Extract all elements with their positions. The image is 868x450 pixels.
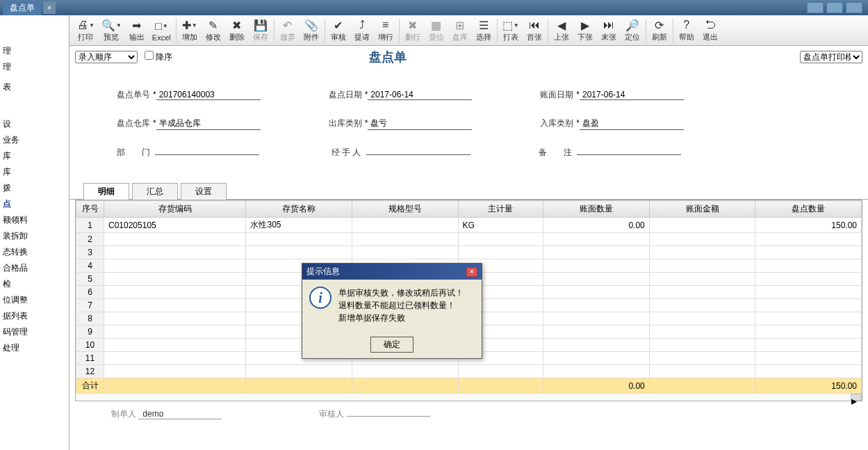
sidebar-item[interactable]: 码管理 [0,324,69,340]
sidebar-item[interactable]: 检 [0,276,69,292]
toolbar-末张[interactable]: ⏭末张 [597,18,621,42]
dialog-message: 单据审核失败，修改或稍后再试！ 退料数量不能超过已领料数量！ 新增单据保存失败 [338,287,464,324]
sidebar-item[interactable]: 业务 [0,132,69,148]
sidebar-item[interactable]: 合格品 [0,260,69,276]
toolbar-盘库: ⊞盘库 [448,18,472,42]
toolbar-帮助[interactable]: ?帮助 [675,18,698,42]
sidebar-item[interactable]: 点 [0,196,69,212]
sidebar-item[interactable]: 处理 [0,340,69,356]
toolbar-上张[interactable]: ◀上张 [550,18,573,42]
table-row[interactable]: 1C010205105水性305KG0.00150.00 [76,218,862,233]
sidebar-item[interactable]: 据列表 [0,308,69,324]
toolbar-Excel[interactable]: □▼Excel [149,19,174,42]
toolbar-货位: ▦货位 [425,18,448,42]
column-header[interactable]: 主计量 [458,201,543,218]
dialog-close-button[interactable]: × [466,267,477,277]
column-header[interactable]: 序号 [76,201,104,218]
sidebar-item[interactable]: 拨 [0,180,69,196]
field-in-type: 入库类别*盘盈 [527,118,684,130]
tab-close-button[interactable]: × [43,1,56,14]
toolbar-提请[interactable]: ⤴提请 [350,18,374,42]
sidebar-item[interactable]: 态转换 [0,244,69,260]
toolbar-附件[interactable]: 📎附件 [300,18,323,42]
sort-select[interactable]: 录入顺序 [75,51,138,63]
tab-detail[interactable]: 明细 [83,183,129,200]
toolbar-icon: ⤴ [359,18,365,32]
scroll-right-button[interactable]: ▸ [851,394,862,401]
toolbar-icon: ≡ [382,18,388,32]
sidebar-item[interactable]: 额领料 [0,212,69,228]
toolbar-审核[interactable]: ✔审核 [327,18,350,42]
sidebar-item[interactable]: 库 [0,164,69,180]
tab-summary[interactable]: 汇总 [132,183,178,200]
minimize-button[interactable] [807,2,824,13]
dialog-ok-button[interactable]: 确定 [370,337,413,353]
window-controls [807,2,868,13]
toolbar-icon: 🔎 [625,18,639,32]
footer: 制单人 demo 审核人 [69,401,868,427]
toolbar-退出[interactable]: ⮌退出 [698,18,722,42]
toolbar-icon: 💾 [254,18,268,32]
toolbar-放弃: ↶放弃 [276,18,300,42]
toolbar-刷新[interactable]: ⟳刷新 [648,18,671,42]
column-header[interactable]: 账面数量 [543,201,650,218]
tab-settings[interactable]: 设置 [181,183,227,200]
sidebar-item[interactable]: 装拆卸 [0,228,69,244]
toolbar: 🖨▼打印🔍▼预览➡输出□▼Excel✚▼增加✎修改✖删除💾保存↶放弃📎附件✔审核… [69,15,868,46]
sidebar-item[interactable]: 设 [0,116,69,132]
column-header[interactable]: 存货名称 [246,201,352,218]
column-header[interactable]: 规格型号 [352,201,459,218]
toolbar-修改[interactable]: ✎修改 [202,18,225,42]
toolbar-icon: 🔍▼ [101,18,122,32]
toolbar-首张[interactable]: ⏮首张 [523,18,546,42]
document-title: 盘点单 [369,49,407,65]
toolbar-定位[interactable]: 🔎定位 [621,18,644,42]
close-button[interactable] [846,2,862,13]
toolbar-打表[interactable]: ⬚▼打表 [499,18,523,42]
toolbar-icon: ⬚▼ [502,18,519,32]
desc-checkbox-label[interactable]: 降序 [145,51,172,63]
reviewer-value [347,416,430,417]
toolbar-输出[interactable]: ➡输出 [125,18,149,42]
sidebar-item[interactable]: 理 [0,59,69,75]
template-select[interactable]: 盘点单打印模版 [800,51,862,63]
toolbar-预览[interactable]: 🔍▼预览 [98,18,125,42]
field-warehouse: 盘点仓库*半成品仓库 [104,118,261,130]
toolbar-icon: 📎 [304,18,318,32]
toolbar-icon: 🖨▼ [77,18,95,32]
toolbar-打印[interactable]: 🖨▼打印 [74,18,98,42]
dialog-title-bar[interactable]: 提示信息 × [302,264,482,280]
field-doc-no: 盘点单号*201706140003 [104,89,261,101]
toolbar-icon: ⊞ [455,18,464,32]
desc-checkbox[interactable] [145,51,154,60]
sidebar-item[interactable]: 表 [0,79,69,95]
total-row: 合计0.00150.00 [76,378,862,394]
toolbar-选择[interactable]: ☰选择 [472,18,496,42]
sidebar-item[interactable]: 库 [0,148,69,164]
toolbar-删除[interactable]: ✖删除 [225,18,249,42]
toolbar-增行[interactable]: ≡增行 [374,18,398,42]
toolbar-icon: ▶ [581,18,589,32]
toolbar-icon: ✔ [334,18,343,32]
sidebar-item[interactable]: 理 [0,43,69,59]
window-tab[interactable]: 盘点单 [3,1,42,15]
detail-tabs: 明细 汇总 设置 [69,182,868,200]
toolbar-icon: □▼ [155,19,168,33]
table-row[interactable]: 2 [76,233,862,246]
table-row[interactable]: 12 [76,365,862,378]
maximize-button[interactable] [826,2,843,13]
toolbar-增加[interactable]: ✚▼增加 [178,18,202,42]
field-dept: 部 门 [104,147,259,159]
table-row[interactable]: 3 [76,246,862,259]
column-header[interactable]: 账面金额 [649,201,755,218]
toolbar-icon: ⏮ [529,18,540,32]
column-header[interactable]: 存货编码 [104,201,246,218]
info-icon: i [309,287,331,309]
sidebar-item[interactable]: 位调整 [0,292,69,308]
toolbar-icon: ▦ [431,18,441,32]
field-check-date: 盘点日期*2017-06-14 [316,89,473,101]
column-header[interactable]: 盘点数量 [755,201,862,218]
toolbar-下张[interactable]: ▶下张 [573,18,597,42]
toolbar-icon: ↶ [283,18,292,32]
message-dialog: 提示信息 × i 单据审核失败，修改或稍后再试！ 退料数量不能超过已领料数量！ … [302,263,482,359]
